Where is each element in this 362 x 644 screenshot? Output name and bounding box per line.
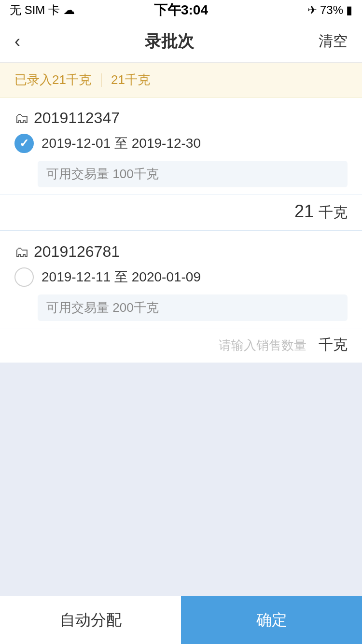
- batch-1-quantity-row: 21 千克: [0, 194, 362, 230]
- batch-2-date-row: 2019-12-11 至 2020-01-09: [0, 266, 362, 292]
- page-title: 录批次: [145, 30, 194, 53]
- batch-2-header: 🗂 2019126781: [0, 231, 362, 266]
- batch-1-date: 2019-12-01 至 2019-12-30: [42, 134, 201, 153]
- battery-icon: ▮: [346, 3, 352, 17]
- batch-1-unit: 千克: [319, 203, 348, 223]
- status-left: 无 SIM 卡 ☁: [10, 2, 75, 18]
- battery-text: 73%: [320, 3, 343, 17]
- back-button[interactable]: ‹: [14, 31, 20, 52]
- batch-1-icon: 🗂: [14, 110, 29, 126]
- batch-1-available: 可用交易量 100千克: [38, 161, 348, 187]
- batch-1-radio[interactable]: [14, 134, 34, 153]
- batch-2-quantity-input[interactable]: [130, 336, 314, 353]
- summary-label: 已录入21千克: [14, 71, 91, 88]
- batch-2-quantity-row[interactable]: 千克: [0, 328, 362, 363]
- batch-2-unit: 千克: [319, 335, 348, 355]
- batch-1-date-row: 2019-12-01 至 2019-12-30: [0, 132, 362, 158]
- status-time: 下午3:04: [154, 1, 208, 19]
- gray-area: [0, 363, 362, 630]
- clear-button[interactable]: 清空: [319, 31, 348, 51]
- confirm-button[interactable]: 确定: [181, 596, 362, 644]
- batch-card-1: 🗂 2019112347 2019-12-01 至 2019-12-30 可用交…: [0, 98, 362, 230]
- summary-value: 21千克: [111, 71, 150, 88]
- summary-bar: 已录入21千克 21千克: [0, 63, 362, 98]
- batch-2-radio[interactable]: [14, 267, 34, 287]
- batch-1-number: 2019112347: [34, 109, 120, 127]
- nav-bar: ‹ 录批次 清空: [0, 20, 362, 63]
- summary-divider: [101, 73, 101, 87]
- batch-card-2: 🗂 2019126781 2019-12-11 至 2020-01-09 可用交…: [0, 231, 362, 363]
- batch-2-available: 可用交易量 200千克: [38, 294, 348, 321]
- location-icon: ✈: [307, 3, 317, 17]
- batch-2-icon: 🗂: [14, 244, 29, 260]
- content-wrapper: 🗂 2019112347 2019-12-01 至 2019-12-30 可用交…: [0, 98, 362, 630]
- bottom-bar: 自动分配 确定: [0, 596, 362, 644]
- auto-distribute-button[interactable]: 自动分配: [0, 596, 181, 644]
- batch-2-date: 2019-12-11 至 2020-01-09: [42, 268, 201, 286]
- status-right: ✈ 73% ▮: [307, 3, 352, 17]
- sim-wifi-text: 无 SIM 卡 ☁: [10, 2, 75, 18]
- batch-1-quantity-value: 21: [294, 201, 314, 222]
- batch-1-header: 🗂 2019112347: [0, 98, 362, 132]
- batch-2-number: 2019126781: [34, 243, 120, 261]
- status-bar: 无 SIM 卡 ☁ 下午3:04 ✈ 73% ▮: [0, 0, 362, 20]
